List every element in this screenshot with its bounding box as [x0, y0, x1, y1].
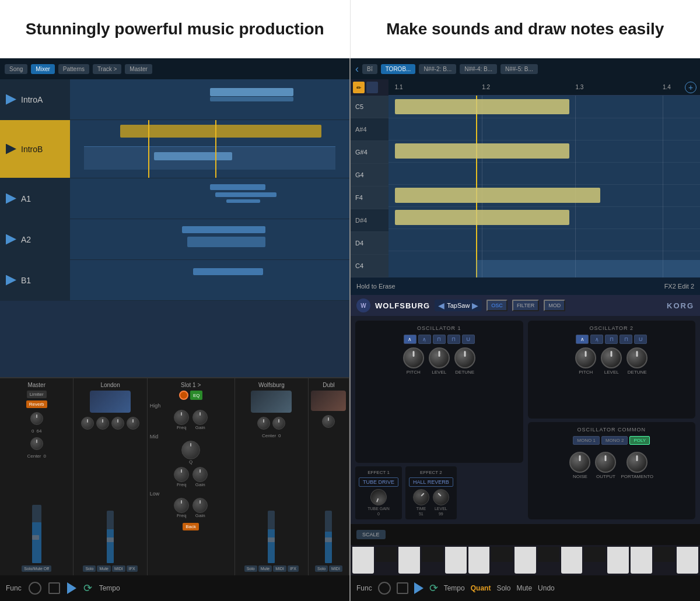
- daw-tab-song[interactable]: Song: [5, 64, 27, 74]
- key-f4[interactable]: F4: [351, 187, 388, 209]
- track-label-intro-b[interactable]: IntroB: [0, 120, 70, 178]
- wolfsburg-solo-btn[interactable]: Solo: [244, 565, 257, 572]
- piano-white-4[interactable]: [468, 547, 490, 574]
- eq-mid-q-knob[interactable]: [181, 441, 200, 459]
- mono2-btn[interactable]: MONO 2: [601, 436, 628, 445]
- limiter-btn[interactable]: Limiter: [27, 391, 47, 398]
- func-label-left[interactable]: Func: [6, 584, 22, 592]
- square-btn-left[interactable]: [48, 582, 60, 594]
- osc2-detune-knob[interactable]: [626, 347, 648, 368]
- play-btn-b1[interactable]: [6, 275, 16, 286]
- piano-white-5[interactable]: [514, 547, 536, 574]
- note-f4[interactable]: [395, 188, 600, 203]
- pr-tab-1[interactable]: Bǐ: [362, 64, 377, 74]
- mute-label[interactable]: Mute: [516, 584, 532, 592]
- osc2-wave-5[interactable]: U: [634, 335, 647, 344]
- osc1-wave-5[interactable]: U: [462, 335, 475, 344]
- osc1-wave-4[interactable]: ⊓: [447, 335, 460, 344]
- key-g4[interactable]: G4: [351, 164, 388, 187]
- track-label-a1[interactable]: A1: [0, 178, 70, 219]
- play-btn-intro-b[interactable]: [6, 144, 16, 154]
- tempo-label-right[interactable]: Tempo: [444, 584, 465, 592]
- tempo-label-left[interactable]: Tempo: [99, 584, 120, 592]
- reverb-time-knob[interactable]: [413, 489, 429, 505]
- eq-high-gain-knob[interactable]: [192, 410, 208, 425]
- london-mute-btn[interactable]: Mute: [97, 565, 111, 572]
- piano-black-3[interactable]: [491, 547, 513, 562]
- tube-drive-name[interactable]: TUBE DRIVE: [359, 477, 398, 487]
- solo-mute-off-btn[interactable]: Solo/Mute Off: [22, 565, 51, 572]
- play-btn-a1[interactable]: [6, 194, 16, 204]
- eq-btn[interactable]: EQ: [190, 391, 203, 400]
- preset-nav[interactable]: ◀ TapSaw ▶: [435, 300, 482, 311]
- reverb-level-knob[interactable]: [433, 489, 449, 505]
- osc2-pitch-knob[interactable]: [575, 347, 596, 368]
- pencil-btn[interactable]: ✏: [353, 82, 365, 93]
- wolfsburg-midi-btn[interactable]: MIDI: [273, 565, 286, 572]
- square-btn-right[interactable]: [397, 582, 408, 594]
- back-arrow[interactable]: ‹: [355, 63, 359, 75]
- wolfsburg-ifx-btn[interactable]: IFX: [288, 565, 299, 572]
- dublin-knob-1[interactable]: [322, 415, 335, 428]
- solo-label[interactable]: Solo: [496, 584, 510, 592]
- dublin-solo-btn[interactable]: Solo: [315, 565, 328, 572]
- london-knob-1[interactable]: [81, 417, 94, 430]
- piano-black-2[interactable]: [422, 547, 443, 562]
- pr-tab-3[interactable]: N##-2: B...: [419, 64, 456, 74]
- preset-prev[interactable]: ◀: [438, 301, 444, 310]
- pr-tab-5[interactable]: N##-5: B...: [501, 64, 538, 74]
- loop-icon-left[interactable]: ⟳: [83, 582, 92, 595]
- play-btn-a2[interactable]: [6, 234, 16, 245]
- filter-tab[interactable]: FILTER: [512, 300, 539, 311]
- eq-mid-gain-knob[interactable]: [192, 467, 208, 482]
- piano-white-6[interactable]: [561, 547, 583, 574]
- pr-tab-4[interactable]: N##-4: B...: [460, 64, 497, 74]
- osc1-wave-3[interactable]: ⊓: [433, 335, 446, 344]
- note-c5[interactable]: [395, 99, 569, 114]
- poly-btn[interactable]: POLY: [629, 436, 650, 445]
- play-btn-right[interactable]: [414, 582, 424, 594]
- tube-gain-knob[interactable]: [368, 487, 389, 508]
- noise-knob[interactable]: [569, 452, 590, 473]
- eq-high-freq-knob[interactable]: [174, 410, 189, 425]
- osc-tab[interactable]: OSC: [487, 300, 508, 311]
- daw-tab-mixer[interactable]: Mixer: [31, 64, 54, 74]
- london-solo-btn[interactable]: Solo: [83, 565, 96, 572]
- undo-label[interactable]: Undo: [538, 584, 555, 592]
- osc2-wave-1[interactable]: ∧: [576, 335, 589, 344]
- london-knob-3[interactable]: [111, 417, 124, 430]
- circle-btn-left[interactable]: [29, 582, 41, 595]
- daw-tab-track[interactable]: Track >: [93, 64, 121, 74]
- piano-white-1[interactable]: [352, 547, 374, 574]
- eq-low-freq-knob[interactable]: [174, 498, 189, 513]
- key-c5[interactable]: C5: [351, 96, 388, 118]
- back-btn[interactable]: Back: [183, 523, 199, 530]
- pr-tab-2[interactable]: TOROB...: [381, 64, 416, 74]
- add-btn[interactable]: +: [685, 82, 696, 93]
- dublin-fader[interactable]: [325, 511, 332, 563]
- loop-icon-right[interactable]: ⟳: [429, 582, 438, 595]
- track-label-b1[interactable]: B1: [0, 260, 70, 300]
- key-ds4[interactable]: D#4: [351, 209, 388, 232]
- piano-white-3[interactable]: [445, 547, 467, 574]
- osc2-level-knob[interactable]: [601, 347, 622, 368]
- reverb-btn[interactable]: Reverb: [26, 400, 47, 408]
- cursor-btn[interactable]: [366, 82, 378, 93]
- london-fader[interactable]: [107, 511, 114, 563]
- london-midi-btn[interactable]: MIDI: [112, 565, 125, 572]
- track-label-intro-a[interactable]: IntroA: [0, 79, 70, 120]
- preset-next[interactable]: ▶: [472, 301, 478, 310]
- note-gs4[interactable]: [395, 143, 569, 159]
- wolfsburg-knob-2[interactable]: [272, 417, 285, 430]
- piano-black-4[interactable]: [538, 547, 559, 562]
- osc1-wave-2[interactable]: ∧̣: [418, 335, 431, 344]
- portamento-knob[interactable]: [626, 452, 648, 473]
- scale-btn[interactable]: SCALE: [356, 530, 386, 539]
- master-fader[interactable]: [32, 505, 41, 563]
- roll-area[interactable]: 1.1 1.2 1.3 1.4 +: [388, 79, 700, 277]
- key-d4[interactable]: D4: [351, 232, 388, 255]
- circle-btn-right[interactable]: [378, 582, 391, 595]
- osc1-detune-knob[interactable]: [454, 347, 475, 368]
- london-ifx-btn[interactable]: IFX: [127, 565, 138, 572]
- piano-white-7[interactable]: [607, 547, 629, 574]
